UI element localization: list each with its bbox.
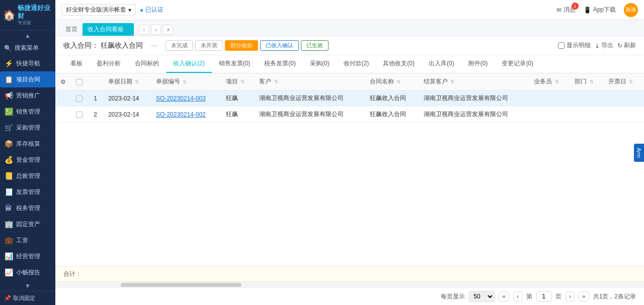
user-menu[interactable]: 珠珠 — [624, 3, 638, 17]
refresh-button[interactable]: ↻ 刷新 — [617, 41, 636, 50]
show-detail-checkbox[interactable] — [558, 42, 565, 49]
sidebar-item-operations[interactable]: 📊 经营管理 — [0, 248, 55, 264]
th-salesperson[interactable]: 业务员 ⇅ — [529, 73, 570, 90]
avatar: 珠珠 — [624, 3, 638, 17]
sort-customer-icon[interactable]: ⇅ — [274, 79, 278, 84]
sort-dept-icon[interactable]: ⇅ — [590, 79, 594, 84]
prev-page-button[interactable]: ‹ — [513, 291, 522, 301]
sort-project-icon[interactable]: ⇅ — [240, 79, 245, 84]
row-checkbox[interactable] — [76, 112, 83, 118]
sidebar-item-invoice[interactable]: 🧾 发票管理 — [0, 184, 55, 200]
status-partial-received[interactable]: 部分收款 — [225, 40, 258, 51]
tab-close-button[interactable]: × — [126, 27, 129, 33]
logo-text: 畅捷通好业财 — [18, 4, 52, 20]
next-page-button[interactable]: › — [566, 291, 575, 301]
sidebar-search[interactable]: 🔍 搜索菜单 — [0, 41, 55, 55]
tax-icon: 🏛 — [4, 204, 13, 213]
table-row[interactable]: 2 2023-02-14 SQ-20230214-002 狂飙 湖南卫视商业运营… — [55, 107, 644, 123]
status-uninvoiced[interactable]: 未开票 — [195, 40, 223, 51]
sort-docno-icon[interactable]: ⇅ — [183, 79, 187, 84]
sort-contract-icon[interactable]: ⇅ — [396, 79, 400, 84]
right-panel-button[interactable]: Arm — [634, 143, 644, 161]
th-contract-name[interactable]: 合同名称 ⇅ — [365, 73, 419, 90]
status-unfinished[interactable]: 未完成 — [166, 40, 193, 51]
tab-prev-button[interactable]: ‹ — [139, 25, 149, 35]
more-actions-button[interactable]: ··· — [149, 41, 159, 50]
user-name: 珠珠 — [625, 6, 636, 14]
sort-salesperson-icon[interactable]: ⇅ — [555, 79, 559, 84]
sidebar-item-fixed-assets[interactable]: 🏢 固定资产 — [0, 216, 55, 232]
notifications-button[interactable]: ✉ 1 消息 — [556, 6, 576, 14]
company-selector[interactable]: 好业财专业版演示帐套 ▾ — [61, 4, 136, 16]
sidebar-item-report[interactable]: 📈 小畅报告 — [0, 264, 55, 280]
th-settlement-customer[interactable]: 结算客户 ⇅ — [419, 73, 529, 90]
total-pages-label: 共1页，2条记录 — [593, 292, 636, 301]
sidebar-item-fund[interactable]: 💰 资金管理 — [0, 152, 55, 168]
last-page-button[interactable]: » — [579, 291, 589, 301]
pagination: 每页显示 50 100 200 « ‹ 第 页 › » 共1页，2条记录 — [55, 287, 644, 305]
td-docno[interactable]: SQ-20230214-003 — [151, 90, 221, 107]
subtab-change-log[interactable]: 变更记录(0) — [495, 55, 540, 73]
export-button[interactable]: ⤓ 导出 — [595, 41, 613, 50]
show-detail-toggle[interactable]: 显示明细 — [558, 41, 591, 50]
subtab-subject[interactable]: 合同标的 — [128, 55, 166, 73]
sidebar-item-purchase[interactable]: 🛒 采购管理 — [0, 120, 55, 136]
per-page-select[interactable]: 50 100 200 — [469, 291, 495, 302]
subtab-attachments[interactable]: 附件(0) — [461, 55, 495, 73]
tab-active[interactable]: 收入合同看板 × — [83, 23, 134, 36]
sidebar-scroll-down[interactable]: ▼ — [0, 281, 55, 291]
page-input[interactable] — [536, 291, 551, 301]
sort-date-icon[interactable]: ⇅ — [135, 79, 139, 84]
th-checkbox[interactable] — [71, 73, 88, 90]
main-content: 好业财专业版演示帐套 ▾ ● 已认证 ✉ 1 消息 📱 App下载 珠珠 — [55, 0, 644, 305]
first-page-button[interactable]: « — [499, 291, 509, 301]
sidebar-item-quick-nav[interactable]: ⚡ 快捷导航 — [0, 55, 55, 71]
tab-home[interactable]: 首页 — [61, 23, 82, 36]
status-revenue-confirmed[interactable]: 已收入确认 — [260, 40, 299, 51]
docno-link[interactable]: SQ-20230214-002 — [156, 111, 206, 118]
sidebar-item-sales[interactable]: 💹 销售管理 — [0, 104, 55, 120]
sort-settlement-icon[interactable]: ⇅ — [450, 79, 454, 84]
subtab-payment[interactable]: 收付款(2) — [337, 55, 376, 73]
subtab-dashboard[interactable]: 看板 — [63, 55, 90, 73]
sort-opendate-icon[interactable]: ⇅ — [629, 79, 633, 84]
subtab-profit[interactable]: 盈利分析 — [90, 55, 128, 73]
subtab-revenue-confirm[interactable]: 收入确认(2) — [166, 55, 212, 73]
th-num — [88, 73, 103, 90]
td-docno[interactable]: SQ-20230214-002 — [151, 107, 221, 123]
row-checkbox[interactable] — [76, 95, 83, 102]
subtab-other-income[interactable]: 其他收支(0) — [376, 55, 422, 73]
sidebar-pin-toggle[interactable]: 📌 取消固定 — [0, 291, 55, 305]
th-department[interactable]: 部门 ⇅ — [570, 73, 603, 90]
status-effective[interactable]: 已生效 — [301, 40, 329, 51]
sidebar-item-general-ledger[interactable]: 📒 总账管理 — [0, 168, 55, 184]
th-open-date[interactable]: 开票日 ⇅ — [603, 73, 644, 90]
sidebar-scroll-up[interactable]: ▲ — [0, 31, 55, 41]
td-settlement-customer: 湖南卫视商业运营发展有限公司 — [419, 90, 529, 107]
tab-next-button[interactable]: › — [151, 25, 161, 35]
subtab-sales-invoice[interactable]: 销售发票(0) — [212, 55, 258, 73]
per-page-label: 每页显示 — [441, 292, 465, 301]
scroll-thumb[interactable] — [121, 283, 242, 287]
sidebar-item-labor[interactable]: 💼 工资 — [0, 232, 55, 248]
sidebar-item-inventory[interactable]: 📦 库存核算 — [0, 136, 55, 152]
th-settings[interactable]: ⚙ — [55, 73, 71, 90]
app-download-button[interactable]: 📱 App下载 — [584, 6, 616, 14]
certified-badge: ● 已认证 — [140, 6, 164, 14]
td-check[interactable] — [71, 107, 88, 123]
sidebar-item-project-contract[interactable]: 📋 项目合同 — [0, 71, 55, 87]
subtab-tax-invoice[interactable]: 税务发票(0) — [257, 55, 303, 73]
horizontal-scrollbar[interactable] — [55, 281, 644, 287]
td-check[interactable] — [71, 90, 88, 107]
subtab-warehouse[interactable]: 出入库(0) — [422, 55, 461, 73]
docno-link[interactable]: SQ-20230214-003 — [156, 95, 206, 102]
tab-close-all-button[interactable]: × — [163, 25, 173, 35]
th-customer[interactable]: 客户 ⇅ — [254, 73, 364, 90]
sidebar-item-tax[interactable]: 🏛 税务管理 — [0, 200, 55, 216]
sidebar-item-marketing[interactable]: 📢 营销推广 — [0, 87, 55, 104]
subtab-purchase[interactable]: 采购(0) — [303, 55, 337, 73]
th-project[interactable]: 项目 ⇅ — [221, 73, 255, 90]
table-row[interactable]: 1 2023-02-14 SQ-20230214-003 狂飙 湖南卫视商业运营… — [55, 90, 644, 107]
th-docno[interactable]: 单据编号 ⇅ — [151, 73, 221, 90]
th-date[interactable]: 单据日期 ⇅ — [103, 73, 151, 90]
